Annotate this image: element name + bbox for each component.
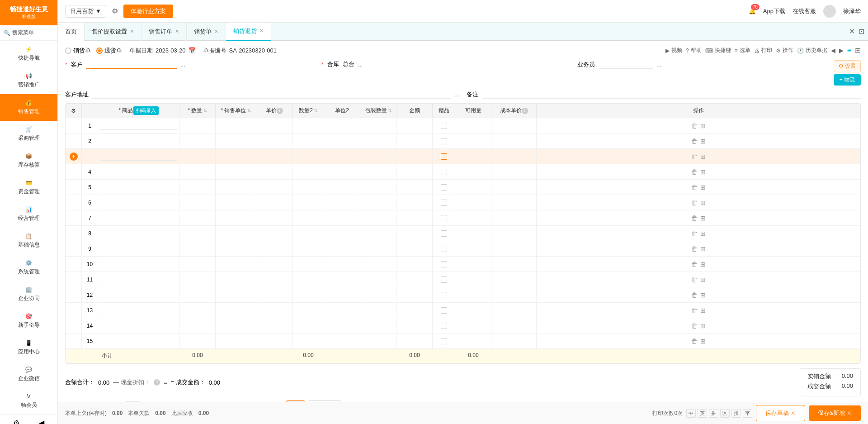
row2-gift[interactable]	[433, 133, 455, 148]
print-btn[interactable]: 🖨 打印	[754, 47, 772, 54]
message-icon-container[interactable]: 🔔 70	[749, 8, 756, 14]
th-gear[interactable]: ⚙	[66, 104, 82, 118]
select-btn[interactable]: ≡ 选单	[735, 47, 750, 54]
row6-delete-icon[interactable]: 🗑	[691, 199, 698, 206]
sidebar-search[interactable]: 🔍 搜索菜单	[0, 25, 57, 41]
qty2-sort-icon[interactable]: ⇅	[314, 108, 317, 113]
row2-product[interactable]	[98, 133, 179, 148]
th-gift[interactable]: 赠品	[433, 104, 455, 118]
video-btn[interactable]: ▶ 视频	[665, 47, 682, 54]
tab-sales-order-close[interactable]: ✕	[175, 29, 179, 34]
row3-amount[interactable]	[396, 149, 433, 164]
ime-en-icon[interactable]: 英	[698, 409, 707, 418]
operate-btn[interactable]: ⚙ 操作	[776, 47, 793, 54]
row8-copy-icon[interactable]: ⊞	[700, 230, 706, 237]
qty-sort-icon[interactable]: ⇅	[203, 108, 207, 113]
row2-unit2[interactable]	[324, 133, 360, 148]
th-pkg[interactable]: 包装数量 ⇅	[360, 104, 396, 118]
row3-delete-icon[interactable]: 🗑	[691, 153, 698, 160]
row10-delete-icon[interactable]: 🗑	[691, 261, 698, 268]
row3-unit[interactable]	[216, 149, 256, 164]
row10-copy-icon[interactable]: ⊞	[700, 261, 706, 268]
note-input[interactable]	[482, 90, 861, 99]
row9-gift-checkbox[interactable]	[441, 246, 447, 252]
sidebar-item-system[interactable]: ⚙️ 系统管理	[0, 254, 57, 281]
th-avail[interactable]: 可用量	[455, 104, 491, 118]
row14-gift-checkbox[interactable]	[441, 323, 447, 329]
trial-button[interactable]: 体验行业方案	[123, 5, 173, 18]
row1-avail[interactable]	[455, 118, 491, 133]
row2-gift-checkbox[interactable]	[441, 138, 447, 144]
ime-char-icon[interactable]: 字	[743, 409, 752, 418]
row7-delete-icon[interactable]: 🗑	[691, 214, 698, 222]
cost-info-icon[interactable]: i	[522, 108, 528, 114]
row1-copy-icon[interactable]: ⊞	[700, 122, 706, 129]
tab-sales-order[interactable]: 销售订单 ✕	[142, 23, 187, 41]
sidebar-item-operation[interactable]: 📊 经营管理	[0, 201, 57, 228]
row5-gift-checkbox[interactable]	[441, 184, 447, 191]
row12-gift-checkbox[interactable]	[441, 292, 447, 298]
row1-gift-checkbox[interactable]	[441, 123, 447, 129]
row2-delete-icon[interactable]: 🗑	[691, 138, 698, 145]
row3-unit2[interactable]	[324, 149, 360, 164]
row5-copy-icon[interactable]: ⊞	[700, 184, 706, 191]
row1-price[interactable]	[256, 118, 292, 133]
customer-input[interactable]	[86, 60, 177, 69]
tab-fullscreen-icon[interactable]: ⊡	[859, 27, 864, 36]
sidebar-item-finance[interactable]: 💳 资金管理	[0, 174, 57, 201]
account-input[interactable]	[184, 401, 220, 402]
staff-dots[interactable]: ...	[656, 61, 661, 68]
row8-delete-icon[interactable]: 🗑	[691, 230, 698, 237]
nav-next-icon[interactable]: ▶	[839, 47, 844, 54]
sidebar-item-basic[interactable]: 📋 基础信息	[0, 228, 57, 254]
split-button[interactable]: 费用分摊	[309, 400, 340, 402]
tab-sales-price-close[interactable]: ✕	[130, 29, 134, 34]
row13-copy-icon[interactable]: ⊞	[700, 307, 706, 314]
tab-sales-price[interactable]: 售价提取设置 ✕	[85, 23, 142, 41]
sidebar-item-apps[interactable]: 📱 应用中心	[0, 334, 57, 361]
row6-gift-checkbox[interactable]	[441, 200, 447, 206]
row12-copy-icon[interactable]: ⊞	[700, 291, 706, 299]
sidebar-item-sales[interactable]: 💰 销售管理	[0, 94, 57, 121]
row3-add-icon[interactable]: +	[70, 152, 78, 161]
calc-method-select[interactable]	[125, 401, 141, 402]
view-list-icon[interactable]: ≡	[847, 47, 851, 55]
add-button[interactable]: 添加	[286, 400, 305, 402]
row2-qty[interactable]	[179, 133, 216, 148]
unit-sort-icon[interactable]: ⇅	[247, 108, 251, 113]
row3-price[interactable]	[256, 149, 292, 164]
save-draft-button[interactable]: 保存草稿 ∧	[756, 405, 805, 421]
pkg-sort-icon[interactable]: ⇅	[388, 108, 392, 113]
price-info-icon[interactable]: i	[277, 108, 283, 114]
row1-delete-icon[interactable]: 🗑	[691, 122, 698, 129]
row1-unit[interactable]	[216, 118, 256, 133]
header-gear-button[interactable]: ⚙	[112, 7, 118, 15]
nav-selector[interactable]: 日用百货 ▼	[65, 5, 106, 18]
row1-gift[interactable]	[433, 118, 455, 133]
th-amount[interactable]: 金额	[396, 104, 433, 118]
sidebar-item-guide[interactable]: 🎯 新手引导	[0, 308, 57, 334]
th-unit[interactable]: * 销售单位 ⇅	[216, 104, 256, 118]
row7-gift-checkbox[interactable]	[441, 215, 447, 221]
row9-delete-icon[interactable]: 🗑	[691, 245, 698, 252]
row2-copy-icon[interactable]: ⊞	[700, 138, 706, 145]
row3-pkg[interactable]	[360, 149, 396, 164]
view-grid-icon[interactable]: ⊞	[855, 46, 861, 55]
sidebar-item-shortcut[interactable]: ⚡ 快捷导航	[0, 41, 57, 67]
online-service-link[interactable]: 在线客服	[793, 7, 816, 15]
th-price[interactable]: 单价 i	[256, 104, 292, 118]
row4-gift-checkbox[interactable]	[441, 169, 447, 175]
row3-product-input[interactable]	[100, 152, 177, 161]
sidebar-item-member[interactable]: V 畅会员	[0, 388, 57, 414]
row15-gift-checkbox[interactable]	[441, 338, 447, 344]
row2-amount[interactable]	[396, 133, 433, 148]
row3-qty2[interactable]	[292, 149, 324, 164]
row13-gift-checkbox[interactable]	[441, 307, 447, 314]
row4-delete-icon[interactable]: 🗑	[691, 168, 698, 176]
row1-pkg[interactable]	[360, 118, 396, 133]
tab-sales-return[interactable]: 销货退货 ✕	[226, 23, 271, 41]
warehouse-dots[interactable]: ...	[358, 61, 363, 68]
th-unit2[interactable]: 单位2	[324, 104, 360, 118]
row3-copy-icon[interactable]: ⊞	[700, 153, 706, 160]
row11-gift-checkbox[interactable]	[441, 276, 447, 283]
